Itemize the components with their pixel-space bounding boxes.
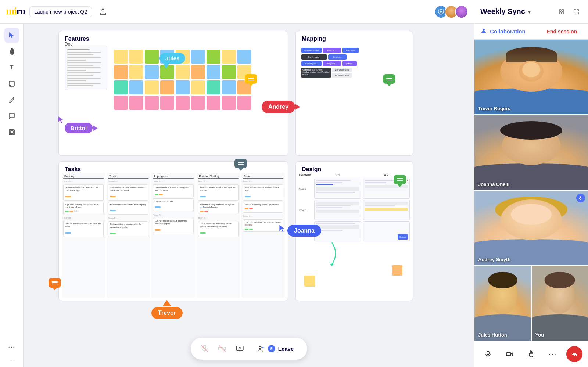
- panel-actions: [556, 6, 582, 18]
- header: mi ro Launch new project Q2: [0, 0, 474, 24]
- video-name-you: You: [535, 332, 544, 338]
- right-panel: Weekly Sync ▾: [474, 0, 588, 367]
- participant-count: 5: [268, 345, 275, 352]
- svg-rect-20: [580, 196, 581, 198]
- select-tool-button[interactable]: [4, 28, 19, 43]
- kanban-header-review: Review / Testing: [198, 174, 239, 179]
- end-session-button[interactable]: End session: [542, 26, 582, 37]
- header-right: [434, 5, 468, 18]
- comment-tool-button[interactable]: [4, 109, 19, 123]
- chat-bubble-green-top: [383, 74, 395, 84]
- collaboration-label: Collaboration: [490, 28, 526, 35]
- chat-bubble-gray: [234, 159, 247, 168]
- panel-camera-button[interactable]: [502, 346, 518, 362]
- frame-features: Features Doc: [58, 31, 288, 156]
- cursor-label-andrey: Andrey: [262, 101, 295, 113]
- chat-bubble-green-design: [394, 175, 406, 184]
- kanban-col-todo: To do Team A ··· Change and update accou…: [107, 173, 150, 298]
- svg-marker-6: [330, 264, 334, 266]
- svg-point-13: [259, 346, 261, 349]
- kanban-card: Growth off iOS app: [153, 198, 193, 212]
- video-cell-you: You: [532, 266, 588, 341]
- cursor-label-joanna: Joanna: [287, 225, 321, 237]
- kanban-col-inprogress: In progress Team A ··· Life/save file au…: [151, 173, 195, 298]
- collapse-arrows: «: [10, 358, 12, 363]
- svg-rect-18: [562, 12, 564, 14]
- hand-tool-button[interactable]: [4, 44, 19, 59]
- project-title-button[interactable]: Launch new project Q2: [29, 6, 92, 17]
- export-button[interactable]: [96, 5, 110, 18]
- svg-rect-15: [559, 10, 561, 11]
- canvas-area: mi ro Launch new project Q2: [0, 0, 474, 367]
- frame-mapping: Mapping Primary model Extensi... Off-pag…: [295, 31, 413, 156]
- expand-button[interactable]: [570, 6, 582, 18]
- pen-tool-button[interactable]: [4, 93, 19, 107]
- mute-button[interactable]: [197, 341, 213, 357]
- kanban-card: Test and review projects in a specific m…: [198, 184, 239, 201]
- video-name-audrey: Audrey Smyth: [478, 257, 510, 262]
- panel-hand-button[interactable]: [523, 346, 539, 362]
- svg-rect-16: [562, 10, 564, 11]
- avatar-group: [434, 5, 468, 18]
- video-grid: Trever Rogers Joanna Oneill: [474, 40, 588, 341]
- speaking-indicator: [576, 194, 585, 202]
- kanban-card: Refer a bank extension and save the emai…: [63, 221, 104, 237]
- panel-end-call-button[interactable]: [566, 346, 582, 362]
- panel-more-button[interactable]: ···: [545, 346, 561, 362]
- kanban-card: Share extraction reports for company: [108, 202, 148, 215]
- kanban-card: Get spending procedures for the upcoming…: [108, 221, 148, 237]
- cursor-brittni: Brittni: [65, 123, 93, 133]
- tasks-label: Tasks: [65, 166, 81, 173]
- video-cell-trever: Trever Rogers: [474, 40, 588, 115]
- kanban-header-todo: To do: [108, 174, 148, 179]
- more-tools-button[interactable]: ···: [4, 339, 19, 354]
- svg-line-11: [219, 345, 226, 352]
- kanban-header-backlog: Backlog: [63, 174, 104, 179]
- video-name-jules: Jules Hutton: [478, 332, 507, 338]
- text-tool-button[interactable]: T: [4, 60, 19, 75]
- camera-button[interactable]: [214, 341, 230, 357]
- screen-share-button[interactable]: [232, 341, 248, 357]
- mapping-label: Mapping: [302, 36, 326, 42]
- chat-bubble-orange: [49, 278, 61, 288]
- board-content[interactable]: Features Doc: [24, 24, 474, 367]
- dropdown-icon[interactable]: ▾: [528, 9, 531, 15]
- leave-button[interactable]: 5 Leave: [250, 341, 301, 356]
- avatar-user2: [455, 5, 468, 18]
- video-name-joanna: Joanna Oneill: [478, 181, 509, 187]
- kanban-card: Get notifications about upcoming marketi…: [153, 218, 193, 234]
- cursor-label-trevor: Trevor: [151, 307, 183, 319]
- video-cell-audrey: Audrey Smyth: [474, 191, 588, 266]
- cursor-andrey: Andrey: [262, 101, 295, 113]
- cursor-label-brittni: Brittni: [65, 123, 93, 133]
- project-title-text: Launch new project Q2: [34, 9, 87, 15]
- design-label: Design: [302, 166, 321, 173]
- svg-rect-17: [559, 12, 561, 14]
- leave-label: Leave: [278, 346, 294, 352]
- panel-subheader: Collaboration End session: [474, 24, 588, 40]
- frame-tool-button[interactable]: [4, 125, 19, 140]
- frame-tasks: Tasks Backlog Team A ··· Download latest…: [58, 161, 288, 301]
- video-name-trever: Trever Rogers: [478, 106, 510, 111]
- chat-bubble-yellow: [245, 74, 257, 84]
- grid-view-button[interactable]: [556, 6, 567, 18]
- collaboration-icon: [480, 27, 487, 36]
- miro-logo: mi ro: [6, 5, 25, 19]
- v1-label: v.1: [314, 173, 361, 177]
- video-cell-jules: Jules Hutton: [474, 266, 532, 341]
- kanban-col-backlog: Backlog Team A ··· Download latest app u…: [62, 173, 105, 298]
- cursor-trevor: Trevor: [151, 300, 183, 319]
- svg-text:mi: mi: [6, 5, 17, 17]
- kanban-card: Life/save file authentication app on the…: [153, 184, 193, 197]
- video-cell-joanna: Joanna Oneill: [474, 115, 588, 190]
- kanban-header-inprogress: In progress: [153, 174, 193, 179]
- mapping-content: Primary model Extensi... Off-page Confir…: [300, 44, 409, 152]
- kanban-card: How to build history analysis for the ap…: [243, 184, 283, 201]
- kanban-card: Download latest app updates from the cen…: [63, 184, 104, 201]
- svg-rect-22: [487, 351, 489, 355]
- kanban-card: Change and update account details in the…: [108, 184, 148, 201]
- panel-mic-button[interactable]: [480, 346, 496, 362]
- sticky-note-button[interactable]: [4, 76, 19, 91]
- video-bottom-row: Jules Hutton You: [474, 266, 588, 341]
- kanban-card: Sign in to existing bank account in the …: [63, 202, 104, 215]
